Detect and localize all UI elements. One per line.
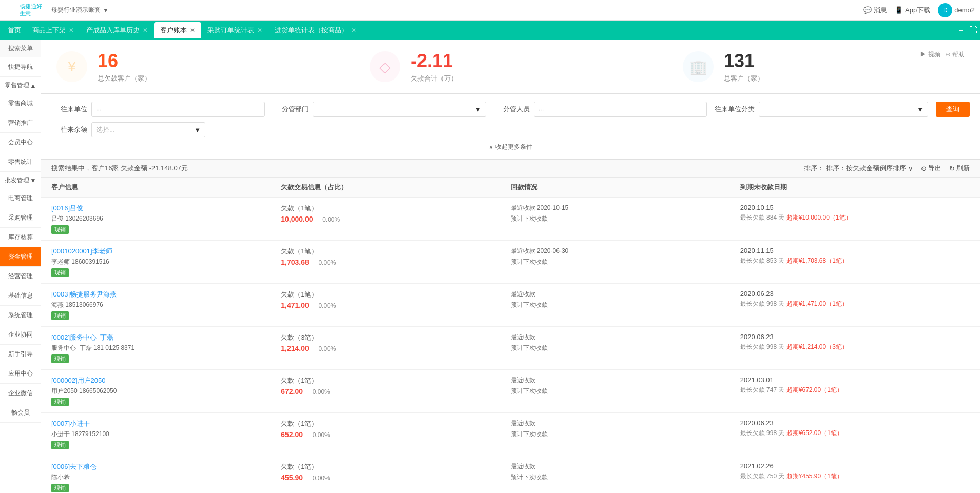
maximize-icon[interactable]: ⛶ xyxy=(969,26,977,35)
tab-purchase-order[interactable]: 采购订单统计表 ✕ xyxy=(201,22,268,38)
sidebar-item-enterprise[interactable]: 企业协同 xyxy=(0,325,41,345)
refresh-button[interactable]: ↻ 刷新 xyxy=(949,164,970,173)
overdue-amount-3[interactable]: 超期¥1,214.00（3笔） xyxy=(786,343,848,350)
debt-amount-5: 652.00 xyxy=(281,430,303,439)
customer-name-6[interactable]: [0006]去下粮仓 xyxy=(51,462,281,471)
status-badge-5: 现销 xyxy=(51,441,69,449)
sidebar-item-quick-nav[interactable]: 快捷导航 xyxy=(0,57,41,77)
sidebar-item-finance[interactable]: 资金管理 xyxy=(0,247,41,267)
close-icon[interactable]: ✕ xyxy=(257,27,262,34)
collapse-row: ∧ 收起更多条件 xyxy=(51,143,970,151)
tab-production-history[interactable]: 产成品入库单历史 ✕ xyxy=(80,22,154,38)
overdue-info-1: 最长欠款 853 天 超期¥1,703.68（1笔） xyxy=(740,257,970,265)
debt-count-2: 欠款（1笔） xyxy=(281,290,510,299)
user-avatar[interactable]: D demo2 xyxy=(938,3,975,17)
customer-cell-4: [000002]用户2050 用户2050 18665062050 现销 xyxy=(51,376,281,406)
customer-name-5[interactable]: [0007]小进干 xyxy=(51,419,281,428)
balance-label: 往来余额 xyxy=(51,125,87,134)
overdue-amount-0[interactable]: 超期¥10,000.00（1笔） xyxy=(786,214,852,221)
sidebar-item-system[interactable]: 系统管理 xyxy=(0,306,41,325)
export-button[interactable]: ⊙ 导出 xyxy=(921,164,941,173)
overdue-amount-6[interactable]: 超期¥455.90（1笔） xyxy=(786,472,843,480)
customer-phone-1: 李老师 18600391516 xyxy=(51,258,281,266)
overdue-amount-5[interactable]: 超期¥652.00（1笔） xyxy=(786,429,843,437)
store-selector[interactable]: 母婴行业演示账套 ▼ xyxy=(51,6,109,14)
sidebar-item-app-center[interactable]: 应用中心 xyxy=(0,364,41,384)
debt-amount-4: 672.00 xyxy=(281,387,303,396)
dept-label: 分管部门 xyxy=(273,105,309,114)
tab-home[interactable]: 首页 xyxy=(3,22,26,38)
main-layout: 搜索菜单 快捷导航 零售管理 ▲ 零售商城 营销推广 会员中心 零售统计 批发管… xyxy=(0,40,980,493)
unit-category-input[interactable]: ▼ xyxy=(759,102,928,117)
debt-percent-1: 0.00% xyxy=(318,259,336,266)
close-icon[interactable]: ✕ xyxy=(69,27,74,34)
minimize-icon[interactable]: － xyxy=(957,25,965,36)
customer-cell-6: [0006]去下粮仓 陈小希 现销 xyxy=(51,462,281,492)
col-customer-info: 客户信息 xyxy=(51,183,281,192)
overdue-info-4: 最长欠款 747 天 超期¥672.00（1笔） xyxy=(740,386,970,395)
sidebar-item-ecommerce[interactable]: 电商管理 xyxy=(0,189,41,208)
sort-selector[interactable]: 排序： 排序：按欠款金额倒序排序 ∨ xyxy=(804,164,913,173)
sidebar-item-marketing[interactable]: 营销推广 xyxy=(0,113,41,133)
total-number: 131 xyxy=(724,50,920,72)
sidebar-item-guide[interactable]: 新手引导 xyxy=(0,345,41,364)
status-badge-4: 现销 xyxy=(51,398,69,406)
debt-cell-6: 欠款（1笔） 455.90 0.00% xyxy=(281,462,510,482)
total-label: 总客户（家） xyxy=(724,74,920,83)
sidebar-item-inventory[interactable]: 库存核算 xyxy=(0,228,41,247)
sidebar-search[interactable]: 搜索菜单 xyxy=(0,40,41,57)
sidebar-item-retail-stats[interactable]: 零售统计 xyxy=(0,152,41,172)
filter-manager: 分管人员 ··· xyxy=(494,102,707,117)
customer-phone-3: 服务中心_丁磊 181 0125 8371 xyxy=(51,344,281,352)
debt-amount-0: 10,000.00 xyxy=(281,215,313,223)
overdue-info-6: 最长欠款 750 天 超期¥455.90（1笔） xyxy=(740,472,970,481)
balance-input[interactable]: 选择... ▼ xyxy=(91,122,205,137)
search-button[interactable]: 查询 xyxy=(936,102,970,117)
summary-card-amount: ◇ -2.11 欠款合计（万） xyxy=(354,40,667,93)
collapse-button[interactable]: ∧ 收起更多条件 xyxy=(489,143,532,151)
status-badge-0: 现销 xyxy=(51,225,69,234)
filter-row-2: 往来余额 选择... ▼ xyxy=(51,122,970,137)
sidebar-item-operations[interactable]: 经营管理 xyxy=(0,267,41,286)
tab-bar: 首页 商品上下架 ✕ 产成品入库单历史 ✕ 客户账本 ✕ 采购订单统计表 ✕ 进… xyxy=(0,21,980,40)
dept-input[interactable]: ▼ xyxy=(313,102,486,117)
debt-count-1: 欠款（1笔） xyxy=(281,247,510,256)
customer-phone-4: 用户2050 18665062050 xyxy=(51,387,281,396)
sidebar-item-member[interactable]: 会员中心 xyxy=(0,133,41,152)
help-btn[interactable]: ⊙ 帮助 xyxy=(946,50,965,59)
customer-phone-0: 吕俊 13026203696 xyxy=(51,214,281,223)
video-btn[interactable]: ▶ 视频 xyxy=(920,50,940,59)
tab-product-listing[interactable]: 商品上下架 ✕ xyxy=(26,22,80,38)
content-area: ¥ 16 总欠款客户（家） ◇ -2.11 欠款合计（万） 🏢 131 总客户（… xyxy=(41,40,980,493)
customer-name-0[interactable]: [0016]吕俊 xyxy=(51,204,281,213)
due-date-3: 2020.06.23 xyxy=(740,333,970,341)
customer-name-2[interactable]: [0003]畅捷服务尹海燕 xyxy=(51,290,281,299)
from-unit-input[interactable]: ··· xyxy=(91,102,265,117)
table-row: [0007]小进干 小进干 18279152100 现销 欠款（1笔） 652.… xyxy=(41,413,980,456)
overdue-amount-4[interactable]: 超期¥672.00（1笔） xyxy=(786,386,843,393)
tab-customer-account[interactable]: 客户账本 ✕ xyxy=(154,22,201,38)
debt-percent-2: 0.00% xyxy=(318,302,336,309)
overdue-amount-1[interactable]: 超期¥1,703.68（1笔） xyxy=(786,257,848,264)
message-btn[interactable]: 💬 消息 xyxy=(863,6,887,15)
close-icon[interactable]: ✕ xyxy=(351,27,356,34)
sidebar-item-retail-mall[interactable]: 零售商城 xyxy=(0,94,41,113)
sidebar-item-wechat[interactable]: 企业微信 xyxy=(0,384,41,403)
sidebar-item-wholesale-mgmt[interactable]: 批发管理 ▼ xyxy=(0,172,41,189)
sidebar-item-vip[interactable]: 畅会员 xyxy=(0,403,41,423)
close-icon[interactable]: ✕ xyxy=(143,27,148,34)
tab-stock-stats[interactable]: 进货单统计表（按商品） ✕ xyxy=(268,22,362,38)
customer-name-1[interactable]: [0001020001]李老师 xyxy=(51,247,281,256)
sidebar-item-retail-mgmt[interactable]: 零售管理 ▲ xyxy=(0,77,41,94)
overdue-amount-2[interactable]: 超期¥1,471.00（1笔） xyxy=(786,300,848,307)
customer-name-3[interactable]: [0002]服务中心_丁磊 xyxy=(51,333,281,342)
last-payment-2: 最近收款 xyxy=(511,290,740,299)
manager-input[interactable]: ··· xyxy=(534,102,707,117)
close-icon[interactable]: ✕ xyxy=(190,27,195,34)
sidebar-item-purchase[interactable]: 采购管理 xyxy=(0,208,41,228)
app-download-btn[interactable]: 📱 App下载 xyxy=(895,6,930,15)
status-badge-3: 现销 xyxy=(51,354,69,363)
debt-amount-3: 1,214.00 xyxy=(281,344,309,352)
customer-name-4[interactable]: [000002]用户2050 xyxy=(51,376,281,385)
sidebar-item-basic-info[interactable]: 基础信息 xyxy=(0,286,41,306)
